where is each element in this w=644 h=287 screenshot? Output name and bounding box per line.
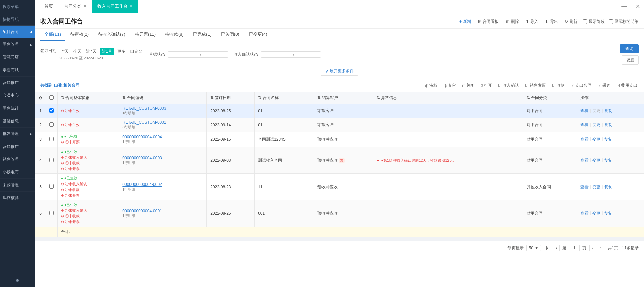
view-action[interactable]: 查看 xyxy=(580,158,589,163)
set-button[interactable]: 设置 xyxy=(622,55,639,65)
date-opt-today[interactable]: 今天 xyxy=(72,48,83,55)
copy-action[interactable]: 复制 xyxy=(604,122,612,128)
view-action[interactable]: 查看 xyxy=(580,184,589,190)
expense-out-button[interactable]: ☑ 支出合同 xyxy=(569,82,593,89)
tab-home[interactable]: 首页 xyxy=(39,0,59,13)
sidebar-item-wholesale[interactable]: 批发管理 ▲ xyxy=(0,128,35,140)
copy-action[interactable]: 复制 xyxy=(604,211,612,216)
row-checkbox[interactable] xyxy=(46,200,58,227)
view-action[interactable]: 查看 xyxy=(580,122,589,128)
purchase-button[interactable]: ☑ 采购 xyxy=(596,82,612,89)
row-checkbox[interactable] xyxy=(46,104,58,118)
new-button[interactable]: + 新增 xyxy=(458,18,472,25)
export-button[interactable]: ⬇ 导出 xyxy=(544,18,559,25)
view-action[interactable]: 查看 xyxy=(580,211,589,216)
audit-button[interactable]: ◎ 审核 xyxy=(424,82,439,89)
import-button[interactable]: ⬆ 导入 xyxy=(524,18,540,25)
close-button[interactable]: ◻ 关闭 xyxy=(461,82,476,89)
date-opt-last1month[interactable]: 近1月 xyxy=(100,48,114,55)
contract-code-link[interactable]: 0000000000004-0002 xyxy=(122,182,203,187)
page-number-input[interactable] xyxy=(569,245,580,251)
close-window-button[interactable]: ✕ xyxy=(636,3,640,10)
date-opt-custom[interactable]: 自定义 xyxy=(129,48,144,55)
sales-invoice-button[interactable]: ☑ 销售发票 xyxy=(524,82,547,89)
sidebar-item-retail-mall[interactable]: 零售商城 xyxy=(0,64,35,77)
edit-action[interactable]: 变更 xyxy=(592,122,600,128)
page-size-select[interactable]: 50 ▼ xyxy=(526,245,541,251)
first-page-button[interactable]: |‹ xyxy=(544,245,551,251)
tab-changed[interactable]: 已变更(4) xyxy=(245,29,271,41)
tab-contract-cat[interactable]: 合同分类 ✕ xyxy=(59,0,92,13)
sidebar-item-retail-stat[interactable]: 零售统计 xyxy=(0,102,35,115)
sidebar-item-project[interactable]: 项目合同 ◀ xyxy=(0,26,35,38)
copy-action[interactable]: 复制 xyxy=(604,108,612,114)
query-button[interactable]: 查询 xyxy=(620,44,639,53)
minimize-button[interactable]: — xyxy=(621,3,627,10)
edit-action[interactable]: 变更 xyxy=(592,184,600,190)
sidebar-item-marketing[interactable]: 营销推广 xyxy=(0,77,35,89)
tab-pending-invoice[interactable]: 待开票(11) xyxy=(131,29,160,41)
last-page-button[interactable]: ›| xyxy=(598,245,605,251)
sidebar-item-purchase[interactable]: 采购管理 xyxy=(0,179,35,192)
edit-action[interactable]: 变更 xyxy=(592,211,600,216)
tab-income-workbench[interactable]: 收入合同工作台 ✕ xyxy=(92,0,138,13)
doc-status-select[interactable]: ▼ xyxy=(168,51,228,58)
sidebar-nav[interactable]: 快捷导航 xyxy=(0,14,35,26)
contract-code-link[interactable]: RETAIL_CUSTOM-0001 xyxy=(122,120,203,125)
copy-action[interactable]: 复制 xyxy=(604,184,612,190)
income-confirm-button[interactable]: ☑ 收入确认 xyxy=(497,82,520,89)
fee-out-button[interactable]: ☑ 费用支出 xyxy=(615,82,639,89)
tab-closed[interactable]: 已关闭(0) xyxy=(217,29,243,41)
row-checkbox[interactable] xyxy=(46,118,58,132)
tab-completed[interactable]: 已完成(1) xyxy=(189,29,216,41)
sidebar-item-retail[interactable]: 零售管理 ▲ xyxy=(0,38,35,51)
row-checkbox[interactable] xyxy=(46,132,58,147)
copy-action[interactable]: 复制 xyxy=(604,137,612,142)
refresh-button[interactable]: ↻ 刷新 xyxy=(563,18,579,25)
tab-pending-receipt[interactable]: 待收款(8) xyxy=(161,29,188,41)
prev-page-button[interactable]: ‹ xyxy=(554,245,560,251)
horizontal-scrollbar[interactable] xyxy=(35,237,644,241)
copy-action[interactable]: 复制 xyxy=(604,158,612,163)
receipt-button[interactable]: ☑ 收款 xyxy=(551,82,566,89)
expand-filter-button[interactable]: ∨ 展开更多条件 xyxy=(321,67,358,76)
contract-code-link[interactable]: 0000000000004-0003 xyxy=(122,156,203,160)
tab-all[interactable]: 全部(11) xyxy=(40,29,65,41)
sidebar-item-base-info[interactable]: 基础信息 xyxy=(0,115,35,128)
sidebar-settings[interactable]: ⚙ xyxy=(0,274,35,287)
select-all-checkbox[interactable] xyxy=(49,95,54,100)
print-button[interactable]: ⎙ 打开 xyxy=(479,82,493,89)
settings-col-header[interactable]: ⚙ xyxy=(35,92,46,104)
date-opt-yesterday[interactable]: 昨天 xyxy=(59,48,70,55)
show-fields-checkbox[interactable]: 显示阶段 xyxy=(583,19,605,25)
kanban-button[interactable]: ⊞ 合同看板 xyxy=(477,18,500,25)
tab-pending-review[interactable]: 待审核(2) xyxy=(66,29,93,41)
tab-pending-income-confirm[interactable]: 待收入确认(7) xyxy=(94,29,129,41)
contract-code-link[interactable]: RETAIL_CUSTOM-0003 xyxy=(122,106,203,111)
row-checkbox[interactable] xyxy=(46,174,58,200)
show-details-checkbox[interactable]: 显示标的明细 xyxy=(609,19,639,25)
next-page-button[interactable]: › xyxy=(589,245,595,251)
sidebar-item-member[interactable]: 会员中心 xyxy=(0,89,35,102)
view-action[interactable]: 查看 xyxy=(580,108,589,114)
income-confirm-select[interactable]: ▼ xyxy=(261,51,321,58)
sidebar-item-inventory[interactable]: 库存核算 xyxy=(0,192,35,204)
date-opt-more[interactable]: 更多 xyxy=(116,48,127,55)
maximize-button[interactable]: □ xyxy=(630,3,633,10)
contract-code-link[interactable]: 0000000000004-0004 xyxy=(122,135,203,139)
edit-action[interactable]: 变更 xyxy=(592,137,600,142)
delete-button[interactable]: 🗑 删除 xyxy=(504,18,520,25)
close-icon[interactable]: ✕ xyxy=(130,4,133,8)
contract-code-link[interactable]: 0000000000004-0001 xyxy=(122,209,203,213)
sidebar-item-marketing2[interactable]: 营销推广 xyxy=(0,140,35,153)
sidebar-search[interactable]: 搜索菜单 xyxy=(0,0,35,14)
abandon-button[interactable]: ◎ 弃审 xyxy=(442,82,457,89)
row-checkbox[interactable] xyxy=(46,147,58,174)
sidebar-item-sales[interactable]: 销售管理 xyxy=(0,153,35,166)
date-opt-last7days[interactable]: 近7天 xyxy=(85,48,98,55)
sidebar-item-ecom[interactable]: 小畅电商 xyxy=(0,166,35,179)
edit-action[interactable]: 变更 xyxy=(592,158,600,163)
close-icon[interactable]: ✕ xyxy=(83,4,86,8)
view-action[interactable]: 查看 xyxy=(580,137,589,142)
sidebar-item-smart-store[interactable]: 智慧门店 xyxy=(0,51,35,64)
